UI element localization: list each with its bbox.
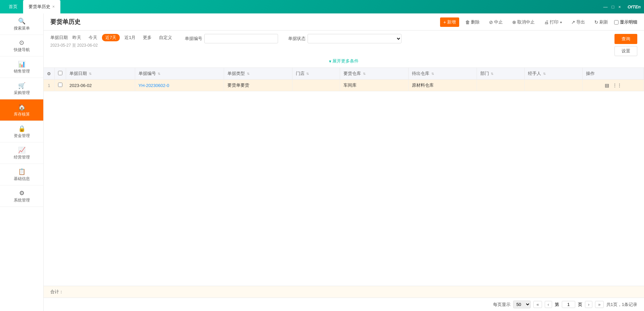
col-store[interactable]: 门店 ⇅ [292, 68, 340, 80]
col-out-warehouse-sort-icon: ⇅ [431, 72, 434, 76]
sidebar-item-nav-label: 快捷导航 [14, 47, 30, 53]
more-ops-icon[interactable]: ⋮⋮ [612, 83, 622, 88]
select-all-checkbox[interactable] [58, 71, 62, 75]
col-settings[interactable]: ⚙ [44, 68, 55, 80]
show-detail-checkbox[interactable] [614, 20, 619, 25]
show-detail-label: 显示明细 [620, 19, 637, 25]
toolbar: + 新增 🗑 删除 ⊘ 中止 ⊗ 取消中止 [440, 17, 637, 27]
sidebar-item-nav[interactable]: ⊙ 快捷导航 [0, 35, 43, 56]
date-btn-7days[interactable]: 近7天 [102, 34, 120, 41]
sidebar-item-system-label: 系统管理 [14, 197, 30, 203]
sidebar-item-operations[interactable]: 📈 经营管理 [0, 142, 43, 164]
sidebar-item-search-label: 搜索菜单 [14, 26, 30, 31]
search-icon: 🔍 [18, 18, 25, 24]
refresh-label: 刷新 [599, 19, 608, 25]
cancel-stop-label: 取消中止 [517, 19, 535, 25]
add-button[interactable]: + 新增 [440, 17, 459, 27]
date-btn-more[interactable]: 更多 [140, 34, 154, 41]
col-dept[interactable]: 部门 ⇅ [477, 68, 525, 80]
delete-button[interactable]: 🗑 删除 [462, 17, 483, 27]
per-page-select[interactable]: 20 50 100 [513, 301, 531, 308]
table-header-row: ⚙ 单据日期 ⇅ 单据编号 ⇅ 单据类型 [44, 68, 644, 80]
delete-icon: 🗑 [465, 19, 470, 25]
col-checkbox [55, 68, 66, 80]
show-detail-toggle[interactable]: 显示明细 [614, 19, 637, 25]
refresh-icon: ↻ [594, 19, 598, 25]
system-icon: ⚙ [19, 190, 24, 196]
view-detail-icon[interactable]: ▤ [605, 83, 609, 88]
col-date[interactable]: 单据日期 ⇅ [66, 68, 135, 80]
page-input[interactable] [562, 301, 575, 308]
row-checkbox[interactable] [58, 83, 62, 87]
first-page-button[interactable]: « [533, 301, 542, 308]
brand-text: OfTEn [628, 4, 641, 9]
filter-area: 单据日期 昨天 今天 近7天 近1月 更多 自定义 2023-05-27 至 2… [44, 31, 644, 68]
refresh-button[interactable]: ↻ 刷新 [591, 17, 611, 27]
tab-home[interactable]: 首页 [3, 0, 23, 13]
table-row[interactable]: 1 2023-06-02 YH-20230602-0 要货单要货 车间库 原材料… [44, 80, 644, 91]
settings-button[interactable]: 设置 [614, 46, 637, 56]
bill-no-filter: 单据编号 [185, 34, 278, 43]
row-checkbox-cell [55, 80, 66, 91]
sales-icon: 📊 [18, 61, 25, 67]
prev-page-button[interactable]: ‹ [545, 301, 552, 308]
expand-down-icon: ▾ [329, 59, 331, 64]
col-bill-type-sort-icon: ⇅ [247, 72, 250, 76]
row-handler [525, 80, 583, 91]
sidebar-item-system[interactable]: ⚙ 系统管理 [0, 185, 43, 207]
window-restore[interactable]: □ [612, 4, 614, 9]
next-page-button[interactable]: › [585, 301, 592, 308]
last-page-button[interactable]: » [595, 301, 603, 308]
col-bill-type[interactable]: 单据类型 ⇅ [224, 68, 292, 80]
col-dept-sort-icon: ⇅ [491, 72, 493, 76]
print-icon: 🖨 [544, 19, 549, 25]
sidebar-item-basics[interactable]: 📋 基础信息 [0, 164, 43, 185]
col-req-warehouse-sort-icon: ⇅ [363, 72, 366, 76]
sidebar-item-purchase-label: 采购管理 [14, 90, 30, 96]
stop-button[interactable]: ⊘ 中止 [486, 17, 506, 27]
row-bill-no-link[interactable]: YH-20230602-0 [139, 83, 169, 88]
expand-filter-button[interactable]: ▾ 展开更多条件 [329, 58, 359, 64]
page-title: 要货单历史 [50, 18, 80, 26]
window-minimize[interactable]: — [603, 4, 608, 9]
row-req-warehouse: 车间库 [340, 80, 409, 91]
date-btn-1month[interactable]: 近1月 [122, 34, 138, 41]
tab-bill-history[interactable]: 要货单历史 × [23, 0, 60, 13]
col-bill-no[interactable]: 单据编号 ⇅ [135, 68, 224, 80]
tab-close-icon[interactable]: × [52, 4, 55, 9]
print-arrow-icon: ▾ [560, 20, 562, 24]
col-req-warehouse[interactable]: 要货仓库 ⇅ [340, 68, 409, 80]
sidebar-item-inventory[interactable]: 🏠 库存核算 [0, 99, 43, 121]
sidebar-item-finance[interactable]: 🔒 资金管理 [0, 121, 43, 142]
date-btn-custom[interactable]: 自定义 [156, 34, 175, 41]
status-select[interactable] [308, 34, 401, 43]
col-out-warehouse[interactable]: 待出仓库 ⇅ [408, 68, 477, 80]
row-bill-no[interactable]: YH-20230602-0 [135, 80, 224, 91]
date-filter-col: 单据日期 昨天 今天 近7天 近1月 更多 自定义 2023-05-27 至 2… [50, 34, 175, 48]
sidebar-item-purchase[interactable]: 🛒 采购管理 [0, 78, 43, 99]
date-btn-today[interactable]: 今天 [86, 34, 100, 41]
bill-no-input[interactable] [204, 34, 278, 43]
col-bill-type-label: 单据类型 [227, 71, 245, 76]
bill-no-label: 单据编号 [185, 36, 202, 42]
col-handler-sort-icon: ⇅ [543, 72, 546, 76]
export-button[interactable]: ↗ 导出 [568, 17, 588, 27]
print-button[interactable]: 🖨 打印 ▾ [541, 17, 565, 27]
tab-home-label: 首页 [9, 4, 17, 10]
cancel-stop-icon: ⊗ [512, 19, 516, 25]
row-out-warehouse: 原材料仓库 [408, 80, 477, 91]
sidebar-item-search[interactable]: 🔍 搜索菜单 [0, 13, 43, 35]
basics-icon: 📋 [18, 169, 25, 175]
col-ops: 操作 [583, 68, 644, 80]
query-button[interactable]: 查询 [614, 34, 637, 44]
add-label: 新增 [447, 19, 456, 25]
sidebar-item-sales[interactable]: 📊 销售管理 [0, 56, 43, 78]
window-close[interactable]: × [618, 4, 621, 9]
date-btn-yesterday[interactable]: 昨天 [70, 34, 84, 41]
cancel-stop-button[interactable]: ⊗ 取消中止 [509, 17, 538, 27]
page-goto-suffix: 页 [578, 302, 582, 308]
col-store-label: 门店 [296, 71, 305, 76]
col-handler[interactable]: 经手人 ⇅ [525, 68, 583, 80]
delete-label: 删除 [471, 19, 480, 25]
sidebar-item-operations-label: 经营管理 [14, 154, 30, 160]
